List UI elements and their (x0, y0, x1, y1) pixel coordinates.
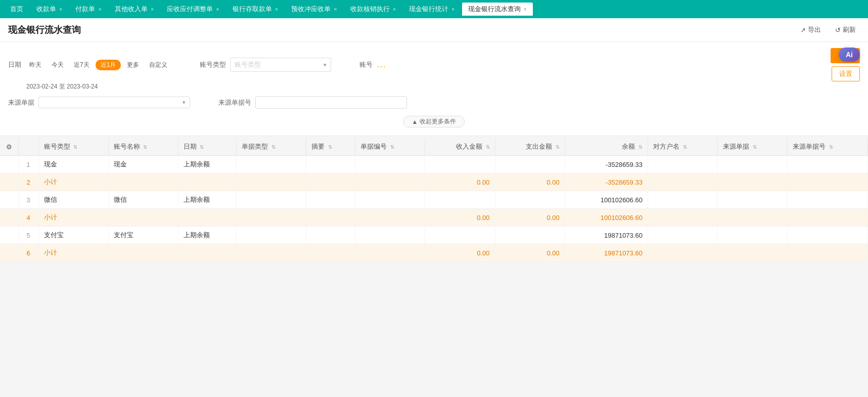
table-cell (236, 209, 306, 227)
table-cell: -3528659.33 (565, 156, 648, 173)
col-income[interactable]: 收入金额 ⇅ (425, 138, 495, 156)
col-expense[interactable]: 支出金额 ⇅ (495, 138, 565, 156)
nav-tab-1[interactable]: 付款单 × (69, 3, 107, 16)
table-row: 3微信微信上期余额100102606.60 (0, 191, 868, 209)
col-doc-no[interactable]: 单据编号 ⇅ (355, 138, 425, 156)
export-button[interactable]: ↗ 导出 (796, 23, 825, 36)
close-tab-0-icon[interactable]: × (59, 6, 62, 12)
date-opt-custom[interactable]: 自定义 (145, 60, 171, 70)
table-cell (355, 191, 425, 209)
table-cell: 3 (18, 191, 38, 209)
sort-source-doc-no-icon: ⇅ (829, 144, 833, 150)
table-cell: 0.00 (495, 173, 565, 191)
col-summary[interactable]: 摘要 ⇅ (306, 138, 355, 156)
settings-button[interactable]: 设置 (832, 66, 860, 81)
table-cell: 0.00 (425, 209, 495, 227)
close-tab-8-icon[interactable]: × (524, 6, 527, 12)
table-cell (718, 227, 788, 244)
table-cell (108, 244, 178, 262)
page-title: 现金银行流水查询 (8, 24, 81, 36)
sort-counterparty-icon: ⇅ (683, 144, 687, 150)
nav-tab-3[interactable]: 应收应付调整单 × (161, 3, 225, 16)
header-actions: ↗ 导出 ↺ 刷新 (796, 23, 860, 36)
col-account-type[interactable]: 账号类型 ⇅ (38, 138, 108, 156)
table-cell (306, 173, 355, 191)
table-cell (425, 156, 495, 173)
table-cell (648, 173, 717, 191)
table-cell (495, 156, 565, 173)
close-tab-7-icon[interactable]: × (451, 6, 454, 12)
refresh-button[interactable]: ↺ 刷新 (831, 23, 860, 36)
date-opt-1month[interactable]: 近1月 (96, 60, 121, 70)
table-cell: 支付宝 (108, 227, 178, 244)
table-cell (236, 244, 306, 262)
table-cell: 现金 (38, 156, 108, 173)
nav-tab-4[interactable]: 银行存取款单 × (226, 3, 284, 16)
table-cell (0, 156, 18, 173)
account-filter-group: 账号 ... (359, 60, 386, 69)
table-cell: 小计 (38, 173, 108, 191)
table-cell: 上期余额 (178, 227, 236, 244)
sort-income-icon: ⇅ (486, 144, 490, 150)
table-cell (788, 227, 868, 244)
col-doc-type[interactable]: 单据类型 ⇅ (236, 138, 306, 156)
close-tab-6-icon[interactable]: × (393, 6, 396, 12)
account-type-select[interactable]: 账号类型 ▾ (230, 58, 331, 72)
table-cell (0, 191, 18, 209)
nav-tab-2[interactable]: 其他收入单 × (109, 3, 160, 16)
table-cell (648, 227, 717, 244)
col-source-doc-no[interactable]: 来源单据号 ⇅ (788, 138, 868, 156)
col-counterparty[interactable]: 对方户名 ⇅ (648, 138, 717, 156)
filter-row-1: 日期 昨天 今天 近7天 近1月 更多 自定义 账号类型 账号类型 ▾ 账号 .… (8, 48, 860, 81)
table-cell (648, 156, 717, 173)
table-cell: 现金 (108, 156, 178, 173)
table-cell (0, 227, 18, 244)
sort-doc-no-icon: ⇅ (390, 144, 394, 150)
col-account-name[interactable]: 账号名称 ⇅ (108, 138, 178, 156)
close-tab-3-icon[interactable]: × (216, 6, 219, 12)
date-opt-more[interactable]: 更多 (123, 60, 143, 70)
sort-date-icon: ⇅ (200, 144, 204, 150)
col-balance[interactable]: 余额 ⇅ (565, 138, 648, 156)
sort-balance-icon: ⇅ (638, 144, 643, 150)
table-cell (0, 173, 18, 191)
table-cell (718, 191, 788, 209)
table-cell (108, 173, 178, 191)
close-tab-1-icon[interactable]: × (98, 6, 101, 12)
source-doc-select[interactable]: ▾ (38, 97, 190, 108)
date-opt-today[interactable]: 今天 (48, 60, 68, 70)
nav-tab-6[interactable]: 收款核销执行 × (344, 3, 402, 16)
table-cell: 微信 (108, 191, 178, 209)
account-type-value: 账号类型 (235, 60, 261, 69)
export-icon: ↗ (800, 26, 806, 34)
close-tab-5-icon[interactable]: × (334, 6, 337, 12)
col-date[interactable]: 日期 ⇅ (178, 138, 236, 156)
table-settings-icon[interactable]: ⚙ (6, 143, 12, 151)
nav-tab-8[interactable]: 现金银行流水查询 × (462, 3, 533, 16)
date-range-display: 2023-02-24 至 2023-03-24 (24, 82, 860, 91)
nav-tab-0[interactable]: 收款单 × (30, 3, 68, 16)
filter-area: 日期 昨天 今天 近7天 近1月 更多 自定义 账号类型 账号类型 ▾ 账号 .… (0, 42, 868, 136)
close-tab-4-icon[interactable]: × (275, 6, 278, 12)
date-opt-7days[interactable]: 近7天 (70, 60, 94, 70)
nav-home[interactable]: 首页 (4, 3, 29, 16)
col-source-doc[interactable]: 来源单据 ⇅ (718, 138, 788, 156)
sort-account-type-icon: ⇅ (73, 144, 77, 150)
collapse-button[interactable]: ▲ 收起更多条件 (403, 116, 465, 127)
nav-tab-5[interactable]: 预收冲应收单 × (285, 3, 343, 16)
date-filter-group: 日期 昨天 今天 近7天 近1月 更多 自定义 (8, 60, 171, 70)
table-cell: -3528659.33 (565, 173, 648, 191)
date-opt-yesterday[interactable]: 昨天 (25, 60, 45, 70)
ai-badge[interactable]: Ai (839, 48, 860, 62)
close-tab-2-icon[interactable]: × (151, 6, 154, 12)
col-settings[interactable]: ⚙ (0, 138, 18, 156)
account-dots-button[interactable]: ... (377, 60, 386, 69)
table-cell: 100102606.60 (565, 209, 648, 227)
table-cell: 小计 (38, 244, 108, 262)
source-doc-no-input[interactable] (255, 96, 407, 109)
table-cell (355, 156, 425, 173)
table-cell: 微信 (38, 191, 108, 209)
nav-tab-7[interactable]: 现金银行统计 × (403, 3, 461, 16)
source-doc-filter-group: 来源单据 ▾ (8, 97, 190, 108)
table-row: 2小计0.000.00-3528659.33 (0, 173, 868, 191)
